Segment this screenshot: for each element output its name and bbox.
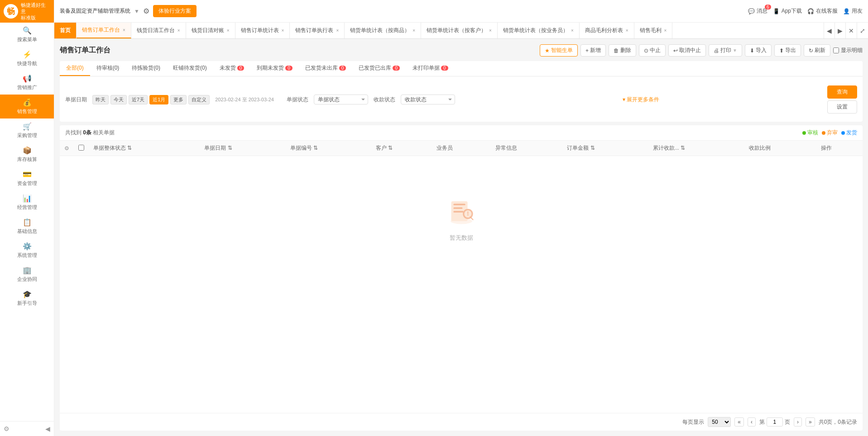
date-btn-昨天[interactable]: 昨天 xyxy=(92,95,109,104)
filter-tab-not-delivered[interactable]: 未发货0 xyxy=(213,61,251,76)
collapse-icon[interactable]: ◀ xyxy=(45,425,50,432)
cancel-stop-button[interactable]: ↩ 取消中止 xyxy=(668,44,706,57)
status-filter-select[interactable]: 单据状态 xyxy=(314,95,368,104)
next-page-button[interactable]: › xyxy=(794,417,802,427)
tab-close-sales-stats-customer[interactable]: × xyxy=(489,28,492,33)
deliver-button[interactable]: 发货 xyxy=(841,129,857,137)
table-scroll-container[interactable]: ⚙ 单据整体状态 ⇅ 单据日期 ⇅ 单据编号 ⇅ 客户 ⇅ 业务员 异常信息 订… xyxy=(60,141,863,413)
prev-page-button[interactable]: ‹ xyxy=(748,417,756,427)
tab-close-sales-stats-salesman[interactable]: × xyxy=(571,28,574,33)
filter-tab-pending-review[interactable]: 待审核(0) xyxy=(90,61,126,76)
sidebar-item-system[interactable]: ⚙️系统管理 xyxy=(0,238,54,262)
tab-maximize[interactable]: ⤢ xyxy=(857,23,868,39)
tab-sales-stats-salesman[interactable]: 销货单统计表（按业务员）× xyxy=(498,23,580,38)
tab-sales-profit[interactable]: 销售毛利× xyxy=(634,23,673,38)
tab-close-product-margin[interactable]: × xyxy=(626,28,628,33)
tab-sales-order-stats[interactable]: 销售订单统计表× xyxy=(235,23,290,38)
filter-tab-delivered-not-stored[interactable]: 已发货未出库0 xyxy=(299,61,353,76)
unaudit-button[interactable]: 弃审 xyxy=(822,129,838,137)
sidebar-item-purchase[interactable]: 🛒采购管理 xyxy=(0,118,54,142)
filter-tab-all[interactable]: 全部(0) xyxy=(60,61,90,76)
tab-cash-daily-workbench[interactable]: 钱货日清工作台× xyxy=(131,23,186,38)
tab-close-all[interactable]: ✕ xyxy=(845,23,857,39)
sidebar-item-basic-info[interactable]: 📋基础信息 xyxy=(0,214,54,238)
col-header-amount[interactable]: 订单金额 ⇅ xyxy=(562,141,648,156)
filter-tab-wangpu-pending-deliver[interactable]: 旺铺待发货(0) xyxy=(167,61,213,76)
sidebar-item-sales[interactable]: 💰销售管理 xyxy=(0,95,54,118)
user-menu[interactable]: 👤 用友 xyxy=(843,7,863,15)
show-detail-toggle[interactable]: 显示明细 xyxy=(833,47,863,54)
query-button[interactable]: 查询 xyxy=(827,85,857,99)
last-page-button[interactable]: » xyxy=(806,417,815,427)
print-button[interactable]: 🖨 打印 ▼ xyxy=(709,44,742,57)
online-service-button[interactable]: 🎧 在线客服 xyxy=(807,7,838,15)
tab-product-margin[interactable]: 商品毛利分析表× xyxy=(580,23,634,38)
sidebar-logo: 畅 畅捷通好生意 标准版 xyxy=(0,0,54,23)
date-btn-近7天[interactable]: 近7天 xyxy=(129,95,148,104)
tab-close-sales-profit[interactable]: × xyxy=(664,28,667,33)
col-header-status[interactable]: 单据整体状态 ⇅ xyxy=(89,141,200,156)
filter-tab-overdue-not-delivered[interactable]: 到期未发货0 xyxy=(250,61,299,76)
date-btn-更多[interactable]: 更多 xyxy=(170,95,187,104)
message-badge: 6 xyxy=(765,5,771,9)
tab-scroll-right[interactable]: ▶ xyxy=(834,23,845,39)
sidebar-item-operations[interactable]: 📊经营管理 xyxy=(0,190,54,214)
payment-filter-select[interactable]: 收款状态 xyxy=(401,95,455,104)
date-btn-自定义[interactable]: 自定义 xyxy=(188,95,210,104)
new-button[interactable]: + 新增 xyxy=(580,44,606,57)
date-btn-今天[interactable]: 今天 xyxy=(110,95,127,104)
col-header-cumulative[interactable]: 累计收款... ⇅ xyxy=(648,141,745,156)
sidebar-item-search[interactable]: 🔍搜索菜单 xyxy=(0,23,54,47)
refresh-button[interactable]: ↻ 刷新 xyxy=(804,44,830,57)
sidebar-item-marketing[interactable]: 📢营销推广 xyxy=(0,71,54,95)
tab-close-sales-stats-product[interactable]: × xyxy=(412,28,415,33)
sidebar-item-quick-nav[interactable]: ⚡快捷导航 xyxy=(0,47,54,71)
page-input[interactable] xyxy=(767,417,783,427)
show-detail-checkbox[interactable] xyxy=(833,47,839,53)
settings-icon[interactable]: ⚙ xyxy=(4,425,10,432)
tab-close-sales-order-execute[interactable]: × xyxy=(336,28,339,33)
col-checkbox[interactable] xyxy=(74,141,89,156)
topbar-dropdown-icon[interactable]: ▼ xyxy=(134,8,139,14)
sidebar-item-finance[interactable]: 💳资金管理 xyxy=(0,166,54,190)
col-header-no[interactable]: 单据编号 ⇅ xyxy=(286,141,371,156)
tab-sales-stats-product[interactable]: 销货单统计表（按商品）× xyxy=(345,23,421,38)
stop-button[interactable]: ⊙ 中止 xyxy=(639,44,666,57)
sidebar-item-enterprise[interactable]: 🏢企业协同 xyxy=(0,262,54,286)
tab-sales-stats-customer[interactable]: 销货单统计表（按客户）× xyxy=(421,23,498,38)
date-btn-近1月[interactable]: 近1月 xyxy=(149,95,168,104)
sidebar-item-inventory[interactable]: 📦库存核算 xyxy=(0,142,54,166)
expand-filter-button[interactable]: ▾ 展开更多条件 xyxy=(623,96,659,104)
delete-button[interactable]: 🗑 删除 xyxy=(609,44,636,57)
settings-button[interactable]: 设置 xyxy=(827,100,857,114)
tab-scroll-left[interactable]: ◀ xyxy=(824,23,834,39)
export-button[interactable]: ⬆ 导出 xyxy=(774,44,801,57)
app-download-button[interactable]: 📱 App下载 xyxy=(773,7,802,15)
message-button[interactable]: 💬 消息 6 xyxy=(748,7,767,15)
tab-cash-reconciliation[interactable]: 钱货日清对账× xyxy=(186,23,235,38)
col-header-customer[interactable]: 客户 ⇅ xyxy=(371,141,432,156)
tab-close-sales-order-stats[interactable]: × xyxy=(282,28,284,33)
filter-tab-not-printed[interactable]: 未打印单据0 xyxy=(406,61,455,76)
import-button[interactable]: ⬇ 导入 xyxy=(745,44,772,57)
sidebar-item-newbie[interactable]: 🎓新手引导 xyxy=(0,286,54,310)
col-header-date[interactable]: 单据日期 ⇅ xyxy=(200,141,285,156)
select-all-checkbox[interactable] xyxy=(78,145,84,151)
per-page-select[interactable]: 102050100 xyxy=(708,417,731,427)
first-page-button[interactable]: « xyxy=(734,417,744,427)
tab-home[interactable]: 首页 xyxy=(54,23,77,38)
gear-icon[interactable]: ⚙ xyxy=(143,7,149,15)
tab-close-sales-order-workbench[interactable]: × xyxy=(123,28,125,33)
tab-sales-order-workbench[interactable]: 销售订单工作台× xyxy=(77,23,131,38)
smart-create-button[interactable]: ★ 智能生单 xyxy=(540,44,578,57)
tab-close-cash-daily-workbench[interactable]: × xyxy=(177,28,180,33)
per-page-label: 每页显示 xyxy=(682,418,704,426)
filter-tab-delivered-stored[interactable]: 已发货已出库0 xyxy=(352,61,406,76)
system-icon: ⚙️ xyxy=(23,242,32,251)
filter-tab-pending-inspect[interactable]: 待拣验货(0) xyxy=(125,61,167,76)
tab-sales-order-execute[interactable]: 销售订单执行表× xyxy=(290,23,345,38)
tab-close-cash-reconciliation[interactable]: × xyxy=(227,28,230,33)
audit-button[interactable]: 审核 xyxy=(802,129,818,137)
industry-solution-button[interactable]: 体验行业方案 xyxy=(153,5,197,17)
col-setting[interactable]: ⚙ xyxy=(60,141,74,156)
